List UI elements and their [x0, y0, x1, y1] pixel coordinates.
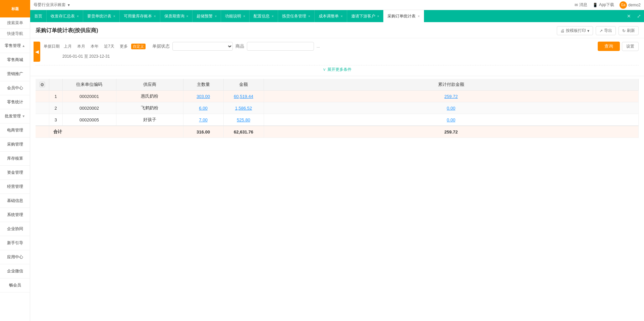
status-select-wrapper [172, 42, 233, 51]
date-range-display: 2016-01-01 至 2023-12-31 [62, 54, 110, 59]
close-tab-btn[interactable]: ✕ [624, 11, 634, 21]
sidebar-item-enterprise[interactable]: 企业协同 [0, 222, 30, 236]
close-icon[interactable]: × [272, 14, 274, 18]
close-icon[interactable]: × [215, 14, 217, 18]
table-row: 1 00020001 惠氏奶粉 303.00 60,519.44 259.72 [36, 91, 639, 102]
close-icon[interactable]: × [113, 14, 115, 18]
sidebar-item-marketing[interactable]: 营销推广 [0, 67, 30, 81]
logo-text: 标题 [11, 6, 19, 11]
sidebar-item-app-center[interactable]: 应用中心 [0, 250, 30, 264]
qty-link[interactable]: 6.00 [199, 106, 207, 111]
sidebar-item-retail-store[interactable]: 零售商城 [0, 53, 30, 67]
tab-invite-downstream[interactable]: 邀请下游客户 × [347, 10, 384, 22]
settings-btn[interactable]: 设置 [622, 42, 639, 51]
custom-date-badge[interactable]: 自定义 [131, 44, 146, 49]
col-main-qty: 主数量 [183, 79, 223, 91]
close-icon[interactable]: × [77, 14, 79, 18]
workspace-dropdown-icon[interactable]: ▾ [68, 3, 70, 7]
sidebar: 标题 搜索菜单 快捷导航 零售管理 ▲ 零售商城 营销推广 会员中心 零售统计 … [0, 0, 30, 321]
col-index [49, 79, 62, 91]
qty-link[interactable]: 7.00 [199, 117, 207, 122]
date-last-month[interactable]: 上月 [62, 43, 74, 50]
sidebar-quick-nav[interactable]: 快捷导航 [0, 29, 30, 39]
goods-input[interactable] [247, 42, 314, 51]
sidebar-item-retail-stats[interactable]: 零售统计 [0, 95, 30, 109]
date-shortcuts: 上月 本月 本年 近7天 更多 自定义 [62, 43, 146, 50]
amount-link[interactable]: 60,519.44 [234, 94, 253, 99]
user-profile[interactable]: Ea demo2 [620, 1, 641, 9]
close-icon[interactable]: × [154, 14, 156, 18]
close-icon[interactable]: × [377, 14, 379, 18]
tab-shelf-life[interactable]: 保质期查询 × [160, 10, 193, 22]
sidebar-item-inventory[interactable]: 库存核算 [0, 152, 30, 166]
paid-link[interactable]: 0.00 [447, 117, 455, 122]
tab-order-stats[interactable]: 要货单统计表 × [83, 10, 120, 22]
tab-purchase-order-stats[interactable]: 采购订单统计表 × [383, 10, 424, 22]
refresh-btn[interactable]: ↻ 刷新 [619, 26, 639, 35]
tab-picking-task[interactable]: 拣货任务管理 × [278, 10, 315, 22]
tab-config[interactable]: 配置信息 × [250, 10, 278, 22]
sidebar-item-basic-info[interactable]: 基础信息 [0, 194, 30, 208]
sidebar-item-purchase[interactable]: 采购管理 [0, 138, 30, 152]
nav-tabs-end: ✕ ⤢ [624, 11, 644, 21]
sidebar-item-new-guide[interactable]: 新手引导 [0, 236, 30, 250]
avatar: Ea [620, 1, 627, 9]
qty-link[interactable]: 303.00 [197, 94, 210, 99]
sidebar-item-system[interactable]: 系统管理 [0, 208, 30, 222]
date-this-year[interactable]: 本年 [89, 43, 101, 50]
tab-overstock[interactable]: 超储预警 × [193, 10, 221, 22]
paid-link[interactable]: 0.00 [447, 106, 455, 111]
data-table: ⚙ 往来单位编码 供应商 主数量 金额 累计付款金额 [36, 79, 639, 138]
workspace-name: 母婴行业演示账套 [34, 2, 66, 8]
close-icon[interactable]: × [308, 14, 310, 18]
amount-link[interactable]: 525.80 [237, 117, 250, 122]
message-icon: ✉ [575, 3, 578, 7]
close-icon[interactable]: × [341, 14, 343, 18]
query-btn[interactable]: 查询 [598, 42, 620, 51]
sidebar-item-finance[interactable]: 资金管理 [0, 166, 30, 180]
tab-cost-adjust[interactable]: 成本调整单 × [315, 10, 347, 22]
goods-label: 商品 [235, 43, 244, 49]
status-select[interactable] [172, 42, 233, 51]
expand-more-row: ∨ 展开更多条件 [36, 65, 639, 74]
more-options-btn[interactable]: ... [317, 44, 320, 49]
expand-more-btn[interactable]: ∨ 展开更多条件 [323, 67, 351, 72]
tab-function-desc[interactable]: 功能说明 × [221, 10, 250, 22]
paid-link[interactable]: 259.72 [444, 94, 458, 99]
sidebar-item-member[interactable]: 畅会员 [0, 278, 30, 292]
maximize-btn[interactable]: ⤢ [634, 11, 644, 21]
sidebar-search[interactable]: 搜索菜单 [0, 17, 30, 29]
main-area: 母婴行业演示账套 ▾ ✉ 消息 📱 App下载 Ea demo2 [30, 0, 644, 321]
app-download-btn[interactable]: 📱 App下载 [593, 2, 614, 8]
sidebar-item-ecommerce[interactable]: 电商管理 [0, 123, 30, 138]
print-dropdown-icon[interactable]: ▾ [587, 29, 589, 33]
export-btn[interactable]: ↗ 导出 [596, 26, 616, 35]
message-btn[interactable]: ✉ 消息 [575, 2, 587, 8]
filter-collapse-btn[interactable]: ◀ [34, 42, 40, 62]
amount-link[interactable]: 1,586.52 [235, 106, 252, 111]
page-actions: 🖨 按模板打印 ▾ ↗ 导出 ↻ 刷新 [557, 26, 639, 35]
close-icon[interactable]: × [418, 14, 420, 18]
date-last-7-days[interactable]: 近7天 [102, 43, 116, 50]
close-icon[interactable]: × [243, 14, 245, 18]
settings-icon[interactable]: ⚙ [40, 82, 45, 87]
sidebar-item-members[interactable]: 会员中心 [0, 81, 30, 95]
filter-section: ◀ 单据日期 上月 本月 本年 近7天 [30, 38, 644, 76]
sidebar-item-retail-mgmt[interactable]: 零售管理 ▲ [0, 39, 30, 53]
tab-home[interactable]: 首页 [30, 10, 47, 22]
print-btn[interactable]: 🖨 按模板打印 ▾ [557, 26, 593, 35]
col-paid-amount: 累计付款金额 [264, 79, 639, 91]
sidebar-item-enterprise-wechat[interactable]: 企业微信 [0, 264, 30, 278]
topbar: 母婴行业演示账套 ▾ ✉ 消息 📱 App下载 Ea demo2 [30, 0, 644, 10]
date-this-month[interactable]: 本月 [75, 43, 87, 50]
download-icon: 📱 [593, 3, 598, 7]
date-more[interactable]: 更多 [118, 43, 130, 50]
tab-usable-inventory[interactable]: 可用量库存账本 × [120, 10, 160, 22]
close-icon[interactable]: × [186, 14, 189, 18]
tab-receive-summary[interactable]: 收发存汇总表 × [47, 10, 83, 22]
col-amount: 金额 [223, 79, 264, 91]
sidebar-item-operations[interactable]: 经营管理 [0, 180, 30, 194]
refresh-icon: ↻ [622, 29, 626, 33]
sidebar-item-wholesale[interactable]: 批发管理 ▼ [0, 109, 30, 123]
export-icon: ↗ [599, 29, 603, 33]
